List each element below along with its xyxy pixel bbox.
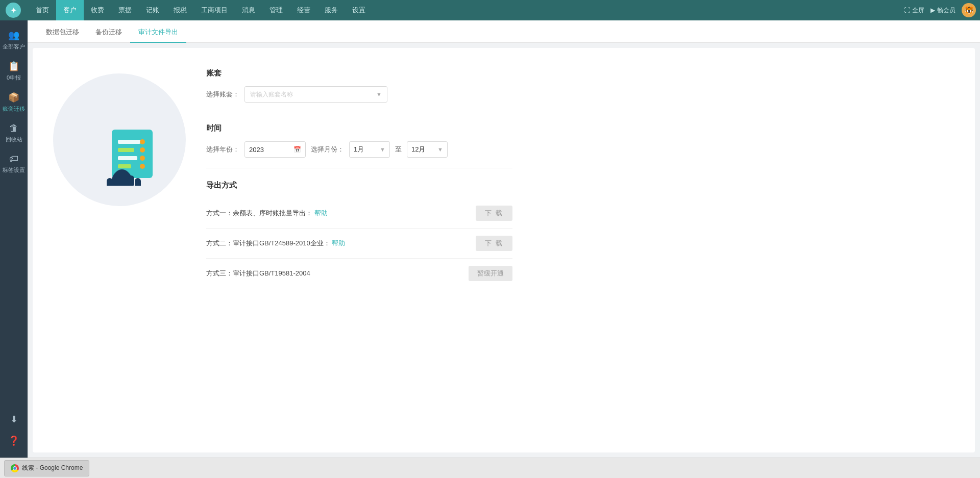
illustration-svg bbox=[74, 94, 165, 186]
download-icon: ⬇ bbox=[10, 414, 18, 425]
nav-item-invoice[interactable]: 票据 bbox=[111, 0, 139, 20]
migrate-icon: 📦 bbox=[8, 92, 19, 103]
app-logo: ✦ bbox=[4, 1, 22, 19]
tab-audit-export[interactable]: 审计文件导出 bbox=[130, 22, 186, 43]
svg-rect-1 bbox=[118, 140, 140, 144]
export-method-1-help[interactable]: 帮助 bbox=[314, 209, 328, 217]
export-method-1: 方式一：余额表、序时账批量导出： 帮助 下 载 bbox=[206, 198, 512, 229]
divider-1 bbox=[206, 113, 512, 113]
export-method-2-text: 方式二：审计接口GB/T24589-2010企业： bbox=[206, 239, 330, 247]
sidebar: 👥 全部客户 📋 0申报 📦 账套迁移 🗑 回收站 🏷 标签设置 ⬇ ❓ bbox=[0, 20, 28, 458]
nav-item-manage[interactable]: 管理 bbox=[262, 0, 290, 20]
nav-item-tax[interactable]: 报税 bbox=[166, 0, 194, 20]
account-row: 选择账套： 请输入账套名称 ▼ bbox=[206, 86, 512, 103]
sidebar-item-label: 0申报 bbox=[7, 74, 21, 82]
taskbar-item-label: 线索 - Google Chrome bbox=[22, 464, 83, 472]
month-start-select[interactable]: 1月 ▼ bbox=[349, 141, 390, 158]
nav-items: 首页 客户 收费 票据 记账 报税 工商项目 消息 管理 经营 服务 设置 bbox=[29, 0, 904, 20]
video-icon: ▶ bbox=[930, 7, 935, 14]
sidebar-item-label: 标签设置 bbox=[3, 166, 25, 174]
to-label: 至 bbox=[395, 145, 402, 154]
user-avatar[interactable]: 🐯 bbox=[962, 3, 976, 17]
nav-item-customer[interactable]: 客户 bbox=[56, 0, 84, 20]
nav-item-fee[interactable]: 收费 bbox=[84, 0, 111, 20]
recycle-icon: 🗑 bbox=[9, 123, 18, 134]
svg-point-5 bbox=[140, 139, 145, 144]
account-placeholder: 请输入账套名称 bbox=[250, 90, 293, 99]
year-label: 选择年份： bbox=[206, 145, 239, 154]
main-container: 账套 选择账套： 请输入账套名称 ▼ 时间 选择年份： bbox=[53, 63, 954, 288]
chevron-down-icon: ▼ bbox=[437, 146, 443, 153]
taskbar-chrome-item[interactable]: 线索 - Google Chrome bbox=[4, 460, 89, 476]
time-inputs: 2023 📅 选择月份： 1月 ▼ 至 12月 ▼ bbox=[244, 141, 448, 158]
export-method-2-help[interactable]: 帮助 bbox=[332, 239, 345, 247]
time-section-title: 时间 bbox=[206, 123, 512, 133]
tab-bar: 数据包迁移 备份迁移 审计文件导出 bbox=[28, 20, 980, 43]
sidebar-item-label: 回收站 bbox=[6, 136, 22, 143]
member-button[interactable]: ▶ 畅会员 bbox=[930, 6, 955, 15]
nav-item-home[interactable]: 首页 bbox=[29, 0, 56, 20]
nav-item-bookkeep[interactable]: 记账 bbox=[139, 0, 166, 20]
divider-2 bbox=[206, 168, 512, 168]
sidebar-item-account-migrate[interactable]: 📦 账套迁移 bbox=[0, 87, 28, 118]
sidebar-item-tag-settings[interactable]: 🏷 标签设置 bbox=[0, 148, 28, 179]
month-end-value: 12月 bbox=[411, 145, 425, 154]
form-area: 账套 选择账套： 请输入账套名称 ▼ 时间 选择年份： bbox=[206, 63, 512, 288]
illustration bbox=[53, 73, 186, 206]
tab-backup-migrate[interactable]: 备份迁移 bbox=[87, 22, 130, 43]
month-end-select[interactable]: 12月 ▼ bbox=[407, 141, 448, 158]
svg-point-8 bbox=[140, 164, 145, 169]
year-input[interactable]: 2023 📅 bbox=[244, 141, 306, 158]
svg-point-6 bbox=[140, 147, 145, 153]
page-content: 账套 选择账套： 请输入账套名称 ▼ 时间 选择年份： bbox=[33, 48, 975, 452]
tag-icon: 🏷 bbox=[9, 154, 18, 164]
sidebar-item-help[interactable]: ❓ bbox=[0, 430, 28, 451]
nav-item-business[interactable]: 工商项目 bbox=[194, 0, 235, 20]
export-section-title: 导出方式 bbox=[206, 181, 512, 190]
declare-icon: 📋 bbox=[8, 61, 19, 72]
export-method-1-label: 方式一：余额表、序时账批量导出： 帮助 bbox=[206, 209, 328, 218]
main-layout: 👥 全部客户 📋 0申报 📦 账套迁移 🗑 回收站 🏷 标签设置 ⬇ ❓ bbox=[0, 20, 980, 458]
sidebar-item-zero-declare[interactable]: 📋 0申报 bbox=[0, 56, 28, 87]
logo-icon: ✦ bbox=[6, 3, 21, 18]
sidebar-item-all-customers[interactable]: 👥 全部客户 bbox=[0, 24, 28, 56]
export-method-3-button[interactable]: 暂缓开通 bbox=[469, 266, 512, 281]
sidebar-item-download[interactable]: ⬇ bbox=[0, 409, 28, 430]
year-value: 2023 bbox=[249, 146, 264, 154]
nav-item-operation[interactable]: 经营 bbox=[290, 0, 317, 20]
taskbar: 线索 - Google Chrome bbox=[0, 458, 980, 478]
sidebar-item-recycle[interactable]: 🗑 回收站 bbox=[0, 118, 28, 148]
export-method-2-button[interactable]: 下 载 bbox=[476, 236, 512, 251]
chevron-down-icon: ▼ bbox=[380, 146, 385, 153]
nav-item-message[interactable]: 消息 bbox=[235, 0, 262, 20]
chevron-down-icon: ▼ bbox=[376, 91, 382, 97]
chrome-icon bbox=[11, 464, 19, 472]
month-start-value: 1月 bbox=[354, 145, 364, 154]
fullscreen-icon: ⛶ bbox=[904, 7, 910, 14]
export-method-3-text: 方式三：审计接口GB/T19581-2004 bbox=[206, 269, 310, 277]
export-method-3: 方式三：审计接口GB/T19581-2004 暂缓开通 bbox=[206, 259, 512, 288]
svg-rect-11 bbox=[107, 178, 113, 186]
account-label: 选择账套： bbox=[206, 90, 239, 99]
account-section-title: 账套 bbox=[206, 68, 512, 78]
account-select[interactable]: 请输入账套名称 ▼ bbox=[244, 86, 387, 103]
calendar-icon: 📅 bbox=[293, 146, 301, 153]
sidebar-item-label: 全部客户 bbox=[3, 43, 25, 51]
member-label: 畅会员 bbox=[937, 6, 955, 15]
tab-data-migrate[interactable]: 数据包迁移 bbox=[38, 22, 87, 43]
nav-item-settings[interactable]: 设置 bbox=[345, 0, 373, 20]
sidebar-bottom: ⬇ ❓ bbox=[0, 409, 28, 458]
nav-item-service[interactable]: 服务 bbox=[317, 0, 345, 20]
svg-rect-14 bbox=[135, 178, 141, 186]
svg-rect-13 bbox=[128, 175, 134, 186]
time-row: 选择年份： 2023 📅 选择月份： 1月 ▼ 至 bbox=[206, 141, 512, 158]
customers-icon: 👥 bbox=[8, 30, 19, 41]
export-method-2: 方式二：审计接口GB/T24589-2010企业： 帮助 下 载 bbox=[206, 229, 512, 259]
export-method-3-label: 方式三：审计接口GB/T19581-2004 bbox=[206, 269, 310, 278]
export-method-1-button[interactable]: 下 载 bbox=[476, 206, 512, 221]
svg-rect-2 bbox=[118, 148, 134, 152]
fullscreen-button[interactable]: ⛶ 全屏 bbox=[904, 6, 924, 15]
fullscreen-label: 全屏 bbox=[912, 6, 924, 15]
month-label: 选择月份： bbox=[311, 145, 344, 154]
svg-rect-12 bbox=[114, 174, 120, 186]
